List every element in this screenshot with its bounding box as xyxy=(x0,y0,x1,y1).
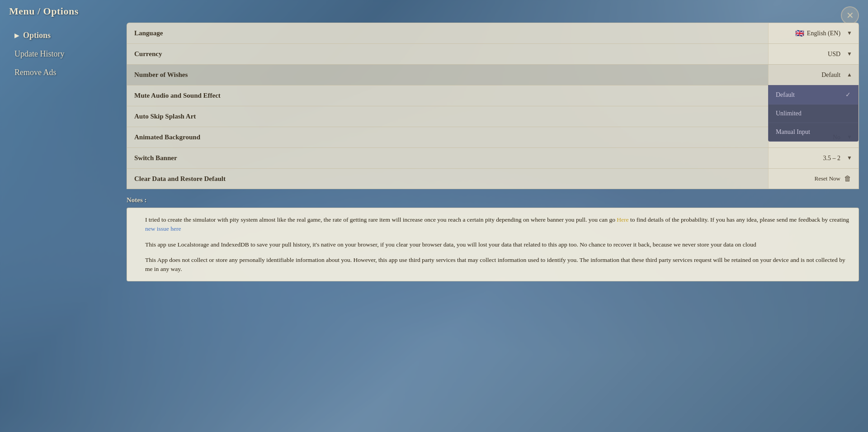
note-2-text: This app use Localstorage and IndexedDB … xyxy=(145,240,756,249)
wishes-option-manual[interactable]: Manual Input xyxy=(769,123,858,141)
wishes-option-manual-label: Manual Input xyxy=(776,128,810,136)
switch-banner-value-area[interactable]: 3.5 – 2 ▼ xyxy=(768,148,859,168)
sidebar-item-options[interactable]: ▶ Options xyxy=(9,27,127,44)
title-bar: Menu / Options ✕ xyxy=(0,0,868,23)
sidebar-arrow-icon: ▶ xyxy=(14,32,19,39)
reset-now-button[interactable]: Reset Now xyxy=(815,175,840,182)
notes-list: I tried to create the simulator with pit… xyxy=(136,215,849,274)
number-of-wishes-dropdown-arrow[interactable]: ▲ xyxy=(844,71,855,78)
content-area: ▶ Options Update History Remove Ads Lang… xyxy=(0,23,868,432)
currency-row: Currency USD ▼ xyxy=(127,43,859,64)
language-value-area[interactable]: 🇬🇧 English (EN) ▼ xyxy=(768,23,859,43)
settings-panel: Language 🇬🇧 English (EN) ▼ Currency USD … xyxy=(127,23,859,423)
note-item-1: I tried to create the simulator with pit… xyxy=(145,215,849,234)
currency-value-area[interactable]: USD ▼ xyxy=(768,44,859,64)
clear-data-label: Clear Data and Restore Default xyxy=(127,175,768,183)
notes-box: I tried to create the simulator with pit… xyxy=(127,208,859,281)
note-item-2: This app use Localstorage and IndexedDB … xyxy=(145,240,849,249)
currency-label: Currency xyxy=(127,50,768,58)
number-of-wishes-row: Number of Wishes Default ▲ Default ✓ Unl… xyxy=(127,64,859,85)
switch-banner-label: Switch Banner xyxy=(127,154,768,162)
mute-audio-label: Mute Audio and Sound Effect xyxy=(127,92,768,100)
sidebar-item-update-history[interactable]: Update History xyxy=(9,46,127,62)
main-window: Menu / Options ✕ ▶ Options Update Histor… xyxy=(0,0,868,432)
clear-data-value-area: Reset Now 🗑 xyxy=(768,169,859,189)
close-button[interactable]: ✕ xyxy=(841,6,859,24)
reset-area: Reset Now 🗑 xyxy=(815,175,855,183)
animated-bg-label: Animated Background xyxy=(127,133,768,141)
mute-audio-row: Mute Audio and Sound Effect xyxy=(127,85,859,106)
switch-banner-dropdown-arrow[interactable]: ▼ xyxy=(844,155,855,161)
switch-banner-row: Switch Banner 3.5 – 2 ▼ xyxy=(127,147,859,168)
note-1-text: I tried to create the simulator with pit… xyxy=(145,215,849,234)
sidebar: ▶ Options Update History Remove Ads xyxy=(9,23,127,423)
checkmark-icon: ✓ xyxy=(845,91,851,99)
animated-bg-row: Animated Background No ▼ xyxy=(127,127,859,147)
note-1-link-here[interactable]: Here xyxy=(617,216,628,223)
number-of-wishes-label: Number of Wishes xyxy=(127,71,768,79)
number-of-wishes-value: Default xyxy=(821,71,844,79)
note-1-link-issue[interactable]: new issue here xyxy=(145,225,181,232)
language-label: Language xyxy=(127,29,768,37)
language-row: Language 🇬🇧 English (EN) ▼ xyxy=(127,23,859,43)
notes-label: Notes : xyxy=(127,196,859,204)
note-3-text: This App does not collect or store any p… xyxy=(145,256,849,274)
wishes-option-default-label: Default xyxy=(776,91,795,99)
clear-data-row: Clear Data and Restore Default Reset Now… xyxy=(127,168,859,189)
trash-icon[interactable]: 🗑 xyxy=(844,175,851,183)
wishes-option-unlimited[interactable]: Unlimited xyxy=(769,104,858,123)
sidebar-item-remove-ads[interactable]: Remove Ads xyxy=(9,64,127,81)
sidebar-label-update-history: Update History xyxy=(14,49,64,59)
sidebar-label-remove-ads: Remove Ads xyxy=(14,68,57,77)
number-of-wishes-value-area[interactable]: Default ▲ Default ✓ Unlimited Manual Inp… xyxy=(768,65,859,85)
wishes-option-unlimited-label: Unlimited xyxy=(776,110,802,117)
auto-skip-label: Auto Skip Splash Art xyxy=(127,113,768,120)
number-of-wishes-dropdown: Default ✓ Unlimited Manual Input xyxy=(768,85,859,142)
sidebar-label-options: Options xyxy=(23,31,51,40)
window-title: Menu / Options xyxy=(9,5,79,17)
notes-section: Notes : I tried to create the simulator … xyxy=(127,196,859,281)
language-dropdown-arrow[interactable]: ▼ xyxy=(844,30,855,37)
currency-value: USD xyxy=(828,51,844,58)
switch-banner-value: 3.5 – 2 xyxy=(823,155,844,162)
wishes-option-default[interactable]: Default ✓ xyxy=(769,85,858,104)
language-value: English (EN) xyxy=(807,30,844,37)
currency-dropdown-arrow[interactable]: ▼ xyxy=(844,51,855,57)
flag-icon: 🇬🇧 xyxy=(795,29,804,38)
note-item-3: This App does not collect or store any p… xyxy=(145,256,849,274)
auto-skip-row: Auto Skip Splash Art xyxy=(127,106,859,127)
